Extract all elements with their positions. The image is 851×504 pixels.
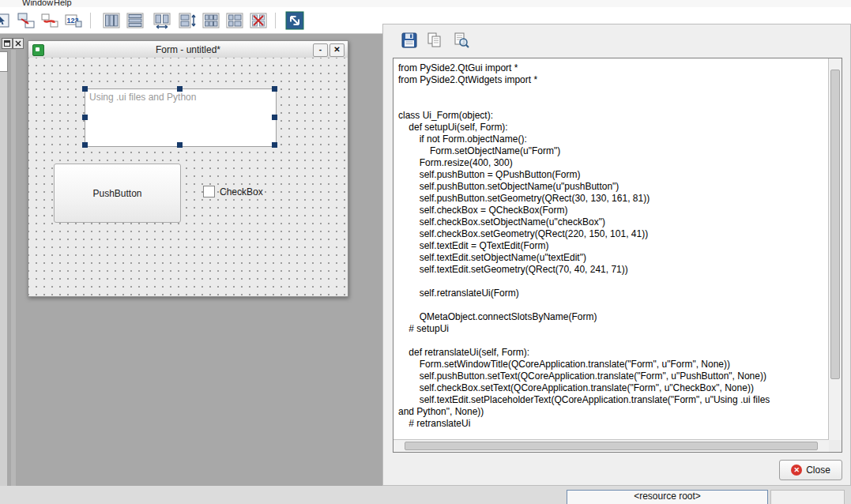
form-canvas[interactable]: Using .ui files and Python PushButton Ch… xyxy=(28,58,348,296)
close-icon xyxy=(15,40,21,47)
splitter-horizontal-glyph xyxy=(153,12,171,29)
close-circle-icon: ✕ xyxy=(791,465,802,476)
menu-window[interactable]: Window xyxy=(22,0,53,7)
dock-close-button[interactable] xyxy=(13,38,24,49)
splitter-horizontal-icon[interactable] xyxy=(152,10,172,31)
save-icon[interactable] xyxy=(399,30,420,51)
form-close-button[interactable]: ✕ xyxy=(329,43,345,57)
horizontal-scrollbar-thumb[interactable] xyxy=(405,442,818,450)
generated-code: from PySide2.QtGui import * from PySide2… xyxy=(393,58,829,434)
adjust-size-glyph xyxy=(285,11,304,30)
copy-glyph xyxy=(426,32,443,49)
horizontal-scrollbar[interactable] xyxy=(393,439,829,452)
code-text-container[interactable]: from PySide2.QtGui import * from PySide2… xyxy=(393,58,829,440)
scrollbar-corner xyxy=(829,440,842,452)
edit-widgets-glyph xyxy=(0,12,11,29)
selection-handle-bottom-right[interactable] xyxy=(272,142,277,148)
widgetbox-filter-input[interactable] xyxy=(0,51,8,72)
find-icon[interactable] xyxy=(451,30,472,51)
menu-help[interactable]: Help xyxy=(54,0,72,7)
toolbar-separator xyxy=(90,13,91,28)
form-designer-window[interactable]: Form - untitled* - ✕ Using .ui files and… xyxy=(28,40,348,297)
copy-icon[interactable] xyxy=(424,30,445,51)
selection-handle-bottom-middle[interactable] xyxy=(177,142,183,148)
pushbutton-widget[interactable]: PushButton xyxy=(54,164,181,223)
selection-handle-top-middle[interactable] xyxy=(177,86,183,92)
edit-buddies-glyph xyxy=(41,12,58,29)
textedit-placeholder: Using .ui files and Python xyxy=(89,92,196,103)
menubar: Window Help xyxy=(0,0,851,7)
close-button[interactable]: ✕ Close xyxy=(779,460,842,480)
splitter-vertical-icon[interactable] xyxy=(177,10,198,31)
selection-handle-middle-left[interactable] xyxy=(82,115,88,120)
selection-handle-middle-right[interactable] xyxy=(272,115,277,120)
vertical-scrollbar-thumb[interactable] xyxy=(830,70,840,379)
edit-signals-slots-icon[interactable] xyxy=(16,10,36,31)
float-icon xyxy=(4,40,10,47)
checkbox-indicator[interactable] xyxy=(203,186,215,197)
edit-tab-order-icon[interactable]: 123 xyxy=(63,10,84,31)
layout-grid-icon[interactable] xyxy=(201,10,221,31)
close-button-label: Close xyxy=(806,465,830,476)
layout-vertical-icon[interactable] xyxy=(125,10,145,31)
widgetbox-panel-sliver xyxy=(0,72,7,487)
code-view[interactable]: from PySide2.QtGui import * from PySide2… xyxy=(393,58,842,453)
toolbar-separator xyxy=(275,13,276,28)
break-layout-glyph xyxy=(250,12,267,29)
resource-root-item[interactable]: <resource root> xyxy=(567,490,768,504)
form-titlebar[interactable]: Form - untitled* - ✕ xyxy=(28,41,348,58)
find-glyph xyxy=(453,32,470,49)
code-preview-dialog: from PySide2.QtGui import * from PySide2… xyxy=(382,24,851,486)
checkbox-widget[interactable]: CheckBox xyxy=(203,186,263,197)
dock-splitter[interactable] xyxy=(11,50,16,487)
layout-form-icon[interactable] xyxy=(224,10,245,31)
layout-horizontal-icon[interactable] xyxy=(101,10,122,31)
selection-handle-top-right[interactable] xyxy=(272,86,277,92)
form-minimize-button[interactable]: - xyxy=(313,43,328,57)
break-layout-icon[interactable] xyxy=(248,10,269,31)
resource-side-panel xyxy=(770,490,845,504)
form-window-title: Form - untitled* xyxy=(28,44,348,55)
layout-horizontal-glyph xyxy=(103,12,120,29)
edit-buddies-icon[interactable] xyxy=(40,10,60,31)
edit-signals-slots-glyph xyxy=(17,12,35,29)
edit-tab-order-glyph: 123 xyxy=(65,12,82,29)
mdi-area[interactable]: Form - untitled* - ✕ Using .ui files and… xyxy=(0,33,382,487)
adjust-size-icon[interactable] xyxy=(284,10,305,31)
resource-root-label: <resource root> xyxy=(634,491,701,502)
selection-handle-bottom-left[interactable] xyxy=(82,142,88,148)
checkbox-label: CheckBox xyxy=(220,186,263,197)
textedit-widget[interactable]: Using .ui files and Python xyxy=(85,88,277,147)
selection-handle-top-left[interactable] xyxy=(82,86,88,92)
edit-widgets-icon[interactable] xyxy=(0,10,13,31)
vertical-scrollbar[interactable] xyxy=(828,58,842,440)
bottom-panels: <resource root> xyxy=(0,486,851,504)
splitter-vertical-glyph xyxy=(179,12,196,29)
save-glyph xyxy=(401,32,418,49)
layout-vertical-glyph xyxy=(126,12,144,29)
layout-form-glyph xyxy=(226,12,243,29)
dock-float-button[interactable] xyxy=(2,38,13,49)
layout-grid-glyph xyxy=(202,12,220,29)
